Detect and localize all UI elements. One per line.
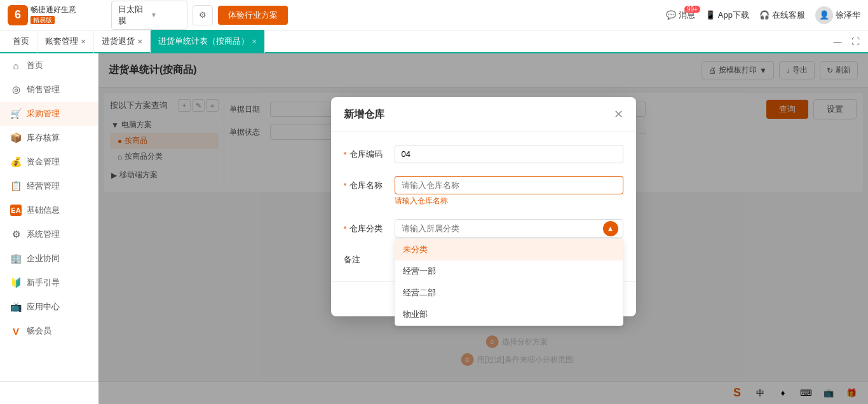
- category-input-wrapper: ▲ 未分类 经营一部 经营二部 物业部: [395, 219, 623, 238]
- required-mark-category: *: [344, 224, 347, 234]
- store-selector[interactable]: 日太阳膜 ▼: [111, 1, 187, 30]
- system-icon: ⚙: [10, 229, 22, 240]
- sidebar-item-system[interactable]: ⚙ 系统管理: [0, 222, 98, 246]
- header-right: 💬 消息 99+ 📱 App下载 🎧 在线客服 👤 徐泽华: [666, 6, 860, 24]
- tab-stats-label: 进货单统计表（按商品）: [158, 36, 249, 47]
- settings-button[interactable]: ⚙: [193, 5, 213, 25]
- sidebar-item-purchase[interactable]: 🛒 采购管理: [0, 102, 98, 126]
- dialog-body: * 仓库编码 * 仓库名称 请输入仓库名称: [331, 132, 636, 281]
- sidebar-item-business[interactable]: 📋 经营管理: [0, 174, 98, 198]
- dialog-close-button[interactable]: ✕: [614, 107, 623, 121]
- store-selector-chevron-icon: ▼: [151, 11, 180, 18]
- sidebar-item-basic[interactable]: EA 基础信息: [0, 198, 98, 222]
- sidebar-item-finance[interactable]: 💰 资金管理: [0, 150, 98, 174]
- tab-minimize-button[interactable]: —: [830, 34, 845, 49]
- tab-stats[interactable]: 进货单统计表（按商品） ✕: [151, 30, 265, 53]
- trial-button[interactable]: 体验行业方案: [218, 6, 288, 25]
- tab-returns-close-icon[interactable]: ✕: [137, 38, 142, 45]
- tab-home[interactable]: 首页: [5, 30, 37, 53]
- main-layout: ⌂ 首页 ◎ 销售管理 🛒 采购管理 📦 库存核算 💰 资金管理 📋 经营管理 …: [0, 53, 868, 404]
- required-mark-name: *: [344, 181, 347, 191]
- sidebar-item-guide[interactable]: 🔰 新手引导: [0, 271, 98, 295]
- category-input[interactable]: [395, 219, 623, 238]
- tab-bar: 首页 账套管理 ✕ 进货退货 ✕ 进货单统计表（按商品） ✕ — ⛶: [0, 30, 868, 53]
- tab-home-label: 首页: [13, 36, 29, 47]
- sidebar-member-label: 畅会员: [27, 325, 51, 337]
- code-field: * 仓库编码: [344, 145, 623, 163]
- dialog-header: 新增仓库 ✕: [331, 97, 636, 132]
- sidebar-basic-label: 基础信息: [27, 205, 60, 216]
- sidebar-business-label: 经营管理: [27, 180, 60, 192]
- sidebar-item-home[interactable]: ⌂ 首页: [0, 53, 98, 77]
- sidebar-inventory-label: 库存核算: [27, 132, 60, 144]
- tab-maximize-button[interactable]: ⛶: [848, 34, 863, 49]
- user-item[interactable]: 👤 徐泽华: [815, 6, 860, 24]
- name-input-wrapper: 请输入仓库名称: [395, 176, 623, 206]
- sidebar-apps-label: 应用中心: [27, 301, 60, 313]
- required-mark-code: *: [344, 150, 347, 159]
- sidebar-item-member[interactable]: V 畅会员: [0, 319, 98, 343]
- username-label: 徐泽华: [836, 10, 860, 21]
- sidebar-sales-label: 销售管理: [27, 84, 60, 95]
- message-badge: 99+: [684, 6, 700, 13]
- remark-label: 备注: [344, 250, 395, 266]
- online-service-item[interactable]: 🎧 在线客服: [759, 10, 805, 21]
- sidebar-item-sales[interactable]: ◎ 销售管理: [0, 77, 98, 102]
- purchase-icon: 🛒: [10, 108, 22, 119]
- enterprise-icon: 🏢: [10, 253, 22, 264]
- store-name: 日太阳膜: [118, 4, 148, 27]
- guide-icon: 🔰: [10, 277, 22, 288]
- apps-icon: 📺: [10, 301, 22, 313]
- avatar: 👤: [815, 6, 833, 24]
- category-dropdown: 未分类 经营一部 经营二部 物业部: [395, 238, 623, 326]
- sidebar: ⌂ 首页 ◎ 销售管理 🛒 采购管理 📦 库存核算 💰 资金管理 📋 经营管理 …: [0, 53, 98, 404]
- top-header: 6 畅捷通好生意 精易版 日太阳膜 ▼ ⚙ 体验行业方案 💬 消息 99+ 📱 …: [0, 0, 868, 30]
- sidebar-home-label: 首页: [27, 60, 43, 71]
- tab-accounts-close-icon[interactable]: ✕: [81, 38, 86, 45]
- logo-badge: 精易版: [31, 16, 55, 24]
- tab-stats-close-icon[interactable]: ✕: [252, 38, 257, 45]
- dropdown-item-dept1[interactable]: 经营一部: [395, 260, 623, 282]
- tab-accounts[interactable]: 账套管理 ✕: [37, 30, 94, 53]
- sidebar-finance-label: 资金管理: [27, 156, 60, 168]
- dropdown-item-uncategorized[interactable]: 未分类: [395, 239, 623, 260]
- sidebar-system-label: 系统管理: [27, 229, 60, 240]
- dropdown-item-dept2[interactable]: 经营二部: [395, 282, 623, 304]
- message-icon: 💬: [666, 10, 676, 20]
- app-download-label: App下载: [718, 10, 749, 21]
- app-download-item[interactable]: 📱 App下载: [705, 10, 749, 21]
- tab-actions: — ⛶: [830, 34, 863, 49]
- sidebar-item-enterprise[interactable]: 🏢 企业协同: [0, 246, 98, 271]
- sidebar-item-apps[interactable]: 📺 应用中心: [0, 295, 98, 319]
- basic-icon: EA: [10, 205, 22, 216]
- dialog-title: 新增仓库: [344, 108, 384, 121]
- tab-accounts-label: 账套管理: [45, 36, 78, 47]
- message-item[interactable]: 💬 消息 99+: [666, 10, 695, 21]
- sidebar-purchase-label: 采购管理: [27, 108, 60, 119]
- name-field: * 仓库名称 请输入仓库名称: [344, 176, 623, 206]
- sidebar-item-inventory[interactable]: 📦 库存核算: [0, 126, 98, 150]
- headset-icon: 🎧: [759, 10, 770, 20]
- home-icon: ⌂: [10, 60, 22, 71]
- tab-returns-label: 进货退货: [102, 36, 135, 47]
- phone-icon: 📱: [705, 10, 715, 20]
- gear-icon: ⚙: [199, 10, 207, 20]
- category-toggle-button[interactable]: ▲: [603, 221, 618, 236]
- inventory-icon: 📦: [10, 132, 22, 144]
- name-label: * 仓库名称: [344, 176, 395, 191]
- app-logo-icon: 6: [8, 5, 28, 25]
- dropdown-item-property[interactable]: 物业部: [395, 304, 623, 325]
- name-error-msg: 请输入仓库名称: [395, 196, 623, 206]
- category-label: * 仓库分类: [344, 219, 395, 234]
- code-label: * 仓库编码: [344, 145, 395, 160]
- sidebar-enterprise-label: 企业协同: [27, 253, 60, 264]
- name-input[interactable]: [395, 176, 623, 194]
- sidebar-guide-label: 新手引导: [27, 277, 60, 288]
- tab-returns[interactable]: 进货退货 ✕: [94, 30, 151, 53]
- logo-area: 6 畅捷通好生意 精易版: [8, 5, 106, 25]
- online-service-label: 在线客服: [772, 10, 805, 21]
- business-icon: 📋: [10, 180, 22, 192]
- sales-icon: ◎: [10, 84, 22, 95]
- logo-text: 畅捷通好生意: [31, 5, 76, 15]
- code-input[interactable]: [395, 145, 623, 163]
